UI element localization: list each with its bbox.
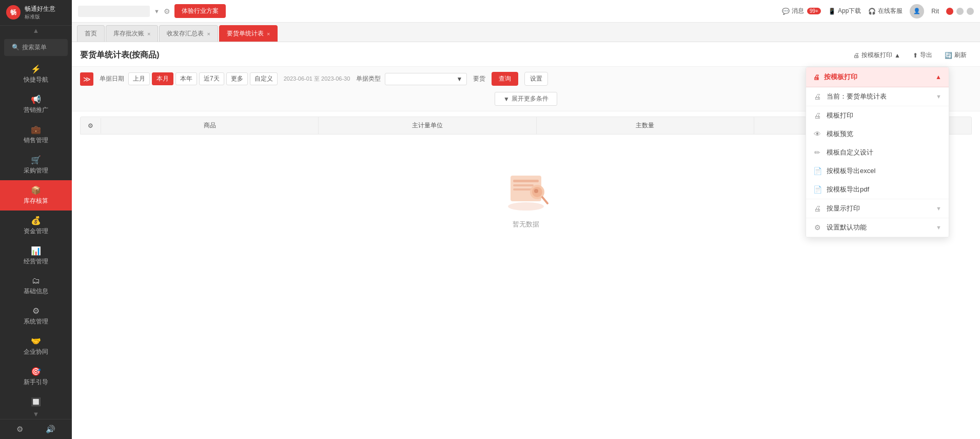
tab-inventory-batch-close[interactable]: × xyxy=(147,31,150,37)
sidebar-scroll-down[interactable]: ▼ xyxy=(0,409,72,419)
template-export-pdf-label: 按模板导出pdf xyxy=(827,185,869,194)
messages-btn[interactable]: 💬 消息 99+ xyxy=(782,7,821,15)
main-content: ▼ ⚙ 体验行业方案 💬 消息 99+ 📱 App下载 🎧 在线客服 👤 Rit xyxy=(72,0,980,439)
filter-toggle-btn[interactable]: ≫ xyxy=(80,72,93,86)
tab-receipt-summary-close[interactable]: × xyxy=(207,31,210,37)
tab-home[interactable]: 首页 xyxy=(77,25,105,42)
set-default-label: 设置默认功能 xyxy=(827,223,867,232)
display-print-label: 按显示打印 xyxy=(827,204,860,213)
goods-filter-group: 要货 xyxy=(473,74,485,83)
template-export-pdf-item[interactable]: 📄 按模板导出pdf xyxy=(806,180,949,199)
date-btn-this-month[interactable]: 本月 xyxy=(152,72,173,85)
topbar-settings-icon[interactable]: ⚙ xyxy=(164,7,170,15)
tab-order-summary[interactable]: 要货单统计表 × xyxy=(219,25,278,42)
export-icon: ⬆ xyxy=(913,52,918,59)
sidebar-item-operations[interactable]: 📊 经营管理 xyxy=(0,241,72,271)
date-btn-more[interactable]: 更多 xyxy=(226,72,248,85)
sidebar-item-inventory[interactable]: 📦 库存核算 xyxy=(0,180,72,211)
sidebar-item-marketing[interactable]: 📢 营销推广 xyxy=(0,89,72,120)
default-settings-section: ⚙ 设置默认功能 ▼ xyxy=(806,218,949,237)
set-default-item[interactable]: ⚙ 设置默认功能 ▼ xyxy=(806,218,949,237)
set-default-arrow-icon: ▼ xyxy=(936,224,942,231)
sidebar-item-newbie[interactable]: 🎯 新手引导 xyxy=(0,361,72,392)
sidebar-item-label: 资金管理 xyxy=(24,227,48,236)
sidebar-item-enterprise[interactable]: 🤝 企业协同 xyxy=(0,331,72,361)
footer-sound-btn[interactable]: 🔊 xyxy=(46,425,55,434)
enterprise-icon: 🤝 xyxy=(31,336,41,346)
app-name: 畅通好生意 xyxy=(25,5,55,13)
print-dropdown-close-arrow[interactable]: ▲ xyxy=(935,73,942,81)
footer-settings-btn[interactable]: ⚙ xyxy=(16,425,23,434)
tab-inventory-batch-label: 库存批次账 xyxy=(113,29,144,38)
template-preview-item[interactable]: 👁 模板预览 xyxy=(806,125,949,143)
newbie-icon: 🎯 xyxy=(31,367,41,376)
print-dropdown-title: 按模板打印 xyxy=(824,72,857,82)
date-btn-7days[interactable]: 近7天 xyxy=(199,72,224,85)
window-close-btn[interactable] xyxy=(946,8,953,15)
sidebar-item-quick-nav[interactable]: ⚡ 快捷导航 xyxy=(0,59,72,89)
sidebar-footer: ⚙ 🔊 xyxy=(0,419,72,439)
type-filter-group: 单据类型 ▼ xyxy=(356,73,467,85)
th-quantity: 主数量 xyxy=(537,117,754,134)
template-print-icon: 🖨 xyxy=(813,111,821,120)
date-btn-this-year[interactable]: 本年 xyxy=(175,72,197,85)
date-btn-custom[interactable]: 自定义 xyxy=(250,72,278,85)
expand-more-btn[interactable]: ▼ 展开更多条件 xyxy=(495,92,557,106)
refresh-btn[interactable]: 🔄 刷新 xyxy=(939,48,972,62)
breadcrumb-input[interactable] xyxy=(78,6,150,17)
template-custom-item[interactable]: ✏ 模板自定义设计 xyxy=(806,143,949,162)
tab-order-summary-close[interactable]: × xyxy=(267,31,270,37)
sidebar-item-label: 库存核算 xyxy=(24,197,48,205)
type-select[interactable]: ▼ xyxy=(385,73,467,85)
column-settings-icon: ⚙ xyxy=(88,122,93,129)
svg-rect-3 xyxy=(513,184,534,186)
sidebar-item-system[interactable]: ⚙ 系统管理 xyxy=(0,301,72,331)
sidebar-item-sales[interactable]: 💼 销售管理 xyxy=(0,120,72,150)
download-icon: 📱 xyxy=(828,8,836,15)
search-menu-btn[interactable]: 🔍 搜索菜单 xyxy=(4,39,68,56)
breadcrumb-dropdown-icon[interactable]: ▼ xyxy=(154,8,160,14)
template-custom-icon: ✏ xyxy=(813,148,821,157)
th-unit: 主计量单位 xyxy=(319,117,536,134)
window-min-btn[interactable] xyxy=(956,8,964,15)
query-btn[interactable]: 查询 xyxy=(492,72,518,86)
display-print-section: 🖨 按显示打印 ▼ xyxy=(806,199,949,218)
sidebar-item-purchase[interactable]: 🛒 采购管理 xyxy=(0,150,72,180)
online-service-btn[interactable]: 🎧 在线客服 xyxy=(868,7,903,15)
print-btn[interactable]: 🖨 按模板打印 ▲ xyxy=(848,48,906,62)
sidebar-item-basic[interactable]: 🗂 基础信息 xyxy=(0,271,72,301)
message-icon: 💬 xyxy=(782,8,790,15)
window-max-btn[interactable] xyxy=(967,8,974,15)
svg-point-0 xyxy=(508,202,544,211)
display-print-item[interactable]: 🖨 按显示打印 ▼ xyxy=(806,199,949,218)
sidebar-item-label: 新手引导 xyxy=(24,378,48,387)
current-icon: 🖨 xyxy=(813,92,821,101)
app-download-btn[interactable]: 📱 App下载 xyxy=(828,7,861,15)
export-btn[interactable]: ⬆ 导出 xyxy=(908,48,937,62)
type-filter-label: 单据类型 xyxy=(356,74,381,83)
sidebar-item-label: 系统管理 xyxy=(24,317,48,326)
tab-receipt-summary[interactable]: 收发存汇总表 × xyxy=(159,25,218,42)
date-btn-last-month[interactable]: 上月 xyxy=(128,72,150,85)
th-goods: 商品 xyxy=(101,117,319,134)
sidebar-scroll-up[interactable]: ▲ xyxy=(0,26,72,36)
template-export-excel-item[interactable]: 📄 按模板导出excel xyxy=(806,162,949,180)
svg-line-7 xyxy=(542,197,547,203)
th-settings[interactable]: ⚙ xyxy=(81,118,101,133)
sidebar-item-apps[interactable]: 🔲 应用中心 xyxy=(0,392,72,409)
tab-inventory-batch[interactable]: 库存批次账 × xyxy=(106,25,158,42)
template-print-item[interactable]: 🖨 模板打印 xyxy=(806,106,949,125)
template-export-pdf-icon: 📄 xyxy=(813,185,821,194)
print-dropdown-icon: 🖨 xyxy=(813,73,820,81)
print-dropdown-arrow-icon: ▲ xyxy=(894,52,900,59)
print-current-label: 当前：要货单统计表 xyxy=(827,92,887,101)
print-current-item[interactable]: 🖨 当前：要货单统计表 ▼ xyxy=(806,87,949,106)
set-default-icon: ⚙ xyxy=(813,223,821,232)
settings-btn[interactable]: 设置 xyxy=(524,72,548,86)
username: Rit xyxy=(931,8,939,15)
trial-btn[interactable]: 体验行业方案 xyxy=(174,4,226,18)
app-version: 标准版 xyxy=(25,13,55,20)
inventory-icon: 📦 xyxy=(31,185,41,195)
date-range-text: 2023-06-01 至 2023-06-30 xyxy=(284,75,350,83)
sidebar-item-finance[interactable]: 💰 资金管理 xyxy=(0,211,72,241)
